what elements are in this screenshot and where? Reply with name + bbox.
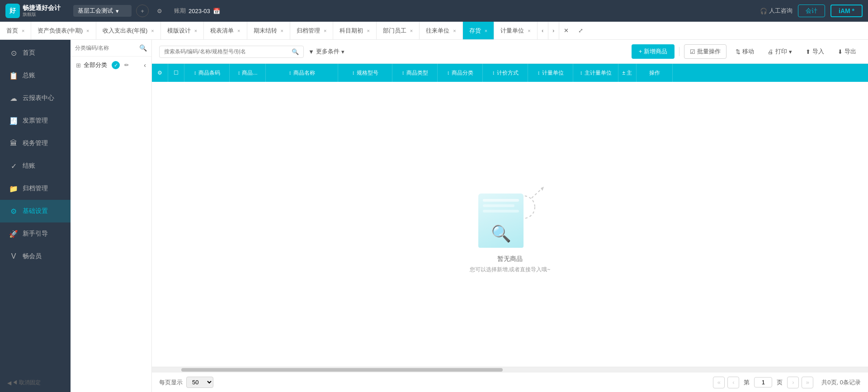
ledger-icon: 📋	[9, 71, 18, 80]
tab-close-inventory[interactable]: ×	[485, 28, 487, 33]
calendar-icon[interactable]: 📅	[213, 8, 220, 14]
page-input[interactable]	[754, 377, 772, 387]
tab-template[interactable]: 模版设计 ×	[161, 22, 204, 40]
header-right: 🎧 人工咨询 会计 iAM *	[760, 5, 863, 17]
iam-button[interactable]: iAM *	[830, 5, 863, 17]
sidebar-item-member[interactable]: V 畅会员	[0, 245, 71, 268]
th-main-unit[interactable]: ↕ 主计量单位	[573, 64, 618, 82]
headset-icon: 🎧	[760, 8, 767, 14]
tab-close-income[interactable]: ×	[151, 28, 154, 33]
customer-service-btn[interactable]: 🎧 人工咨询	[760, 7, 793, 15]
account-button[interactable]: 会计	[798, 5, 825, 17]
th-name[interactable]: ↕ 商品名称	[266, 64, 338, 82]
first-page-btn[interactable]: «	[713, 377, 725, 388]
tab-home[interactable]: 首页 ×	[0, 22, 31, 40]
import-icon: ⬆	[806, 48, 811, 55]
settings-icon[interactable]: ⚙	[153, 5, 166, 17]
tab-subject[interactable]: 科目期初 ×	[333, 22, 376, 40]
prev-page-btn[interactable]: ‹	[727, 377, 739, 388]
last-page-btn[interactable]: »	[802, 377, 813, 388]
th-category[interactable]: ↕ 商品分类	[438, 64, 483, 82]
category-edit-icon[interactable]: ✏	[124, 62, 129, 68]
th-barcode[interactable]: ↕ 商品条码	[184, 64, 230, 82]
tab-close-subject[interactable]: ×	[367, 28, 369, 33]
main-search-icon[interactable]: 🔍	[292, 48, 299, 55]
category-search-icon[interactable]: 🔍	[139, 44, 147, 52]
export-btn[interactable]: ⬇ 导出	[833, 45, 861, 58]
tab-balance-sheet[interactable]: 资产负债表(中期) ×	[31, 22, 96, 40]
th-gear[interactable]: ⚙	[152, 64, 168, 82]
more-filter-btn[interactable]: ▼ 更多条件 ▾	[308, 47, 344, 56]
tab-contacts[interactable]: 往来单位 ×	[420, 22, 462, 40]
svg-marker-2	[541, 187, 544, 191]
category-panel: 🔍 ⊞ 全部分类 ✓ ✏ ‹	[71, 40, 152, 392]
empty-doc-body: 🔍	[478, 194, 524, 248]
th-price[interactable]: ↕ 计价方式	[483, 64, 528, 82]
tab-close-home[interactable]: ×	[22, 28, 24, 33]
company-selector[interactable]: 基层工会测试 ▾	[73, 5, 132, 17]
import-btn[interactable]: ⬆ 导入	[801, 45, 829, 58]
sidebar-item-ledger[interactable]: 📋 总账	[0, 64, 71, 87]
tab-tax[interactable]: 税表清单 ×	[204, 22, 247, 40]
tab-income[interactable]: 收入支出表(年报) ×	[96, 22, 161, 40]
tab-period[interactable]: 期末结转 ×	[247, 22, 290, 40]
per-page-select[interactable]: 50 100 200	[186, 377, 213, 388]
sidebar-item-invoice[interactable]: 🧾 发票管理	[0, 109, 71, 132]
tab-unit[interactable]: 计量单位 ×	[494, 22, 537, 40]
tab-close-unit[interactable]: ×	[528, 28, 530, 33]
category-collapse-icon[interactable]: ‹	[144, 61, 146, 69]
tab-next-btn[interactable]: ›	[548, 22, 559, 40]
sidebar-item-archive[interactable]: 📁 归档管理	[0, 177, 71, 200]
th-check[interactable]: ☐	[168, 64, 184, 82]
table-scrollbar[interactable]	[152, 367, 868, 372]
category-search-input[interactable]	[75, 45, 137, 51]
sidebar-item-settings[interactable]: ⚙ 基础设置	[0, 200, 71, 222]
next-page-btn[interactable]: ›	[787, 377, 799, 388]
sidebar-item-close[interactable]: ✓ 结账	[0, 155, 71, 177]
logo-area: 好 畅捷通好会计 旗舰版	[5, 4, 69, 18]
tab-bar: 首页 × 资产负债表(中期) × 收入支出表(年报) × 模版设计 × 税表清单…	[0, 22, 868, 40]
sidebar-item-reports[interactable]: ☁ 云报表中心	[0, 87, 71, 109]
sidebar-item-home[interactable]: ⊙ 首页	[0, 42, 71, 64]
inner-content: 🔍 ⊞ 全部分类 ✓ ✏ ‹ 🔍	[71, 40, 868, 392]
sidebar-item-tax[interactable]: 🏛 税务管理	[0, 132, 71, 155]
tab-close-balance[interactable]: ×	[86, 28, 89, 33]
filter-dropdown-icon: ▾	[341, 48, 344, 55]
tab-dept[interactable]: 部门员工 ×	[377, 22, 420, 40]
home-icon: ⊙	[9, 49, 18, 57]
scroll-thumb[interactable]	[181, 368, 503, 372]
toolbar: 🔍 ▼ 更多条件 ▾ + 新增商品 ☑ 批量操作	[152, 40, 868, 64]
sidebar-item-guide[interactable]: 🚀 新手引导	[0, 222, 71, 245]
add-company-btn[interactable]: +	[136, 5, 149, 17]
tab-prev-btn[interactable]: ‹	[538, 22, 548, 40]
th-type[interactable]: ↕ 商品类型	[392, 64, 438, 82]
tab-close-template[interactable]: ×	[194, 28, 197, 33]
th-spec[interactable]: ↕ 规格型号	[338, 64, 392, 82]
tab-close-dept[interactable]: ×	[410, 28, 413, 33]
th-more[interactable]: ± 主	[618, 64, 637, 82]
cancel-pin-btn[interactable]: ◀ ◀ 取消固定	[0, 373, 71, 392]
tab-inventory[interactable]: 存货 ×	[463, 22, 494, 40]
logo-icon: 好	[5, 4, 20, 18]
tab-close-period[interactable]: ×	[281, 28, 283, 33]
batch-btn[interactable]: ☑ 批量操作	[684, 44, 726, 59]
tab-close-contacts[interactable]: ×	[453, 28, 456, 33]
tab-close-all-btn[interactable]: ✕	[559, 22, 574, 40]
dropdown-icon: ▾	[116, 8, 119, 14]
invoice-icon: 🧾	[9, 117, 18, 125]
tab-archive[interactable]: 归档管理 ×	[290, 22, 333, 40]
guide-icon: 🚀	[9, 230, 18, 238]
tab-close-tax[interactable]: ×	[237, 28, 240, 33]
main-layout: ⊙ 首页 📋 总账 ☁ 云报表中心 🧾 发票管理 🏛 税务管理 ✓ 结账 📁 归…	[0, 40, 868, 392]
period-area: 账期 2023-03 📅	[174, 7, 220, 15]
main-search-input[interactable]	[164, 48, 289, 55]
divider-1	[679, 47, 679, 56]
tab-expand-btn[interactable]: ⤢	[574, 22, 588, 40]
th-unit[interactable]: ↕ 计量单位	[528, 64, 573, 82]
th-code[interactable]: ↕ 商品...	[230, 64, 266, 82]
print-btn[interactable]: 🖨 打印 ▾	[763, 45, 797, 58]
tab-close-archive[interactable]: ×	[324, 28, 326, 33]
pin-icon: ◀	[7, 380, 11, 386]
move-btn[interactable]: ⇅ 移动	[731, 45, 759, 58]
new-product-btn[interactable]: + 新增商品	[632, 44, 675, 59]
